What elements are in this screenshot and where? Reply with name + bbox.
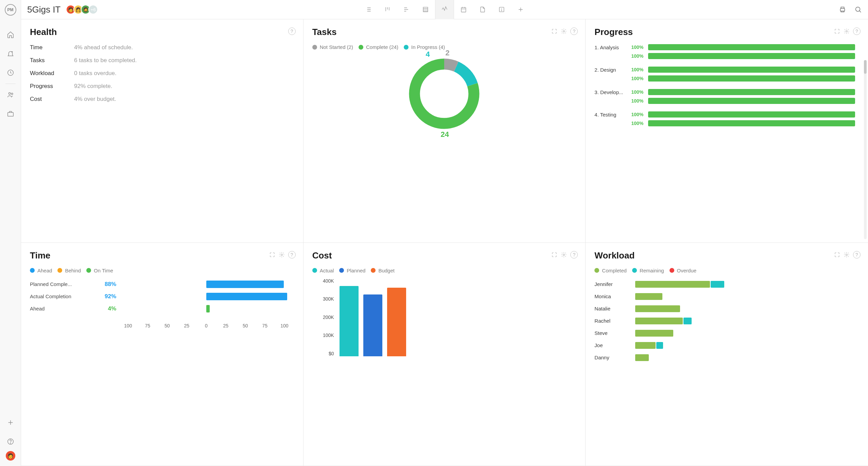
- notifications-icon[interactable]: [0, 44, 21, 63]
- card-title: Cost: [312, 250, 577, 261]
- gear-icon[interactable]: [561, 28, 567, 34]
- tab-files[interactable]: [473, 0, 492, 19]
- add-icon[interactable]: [0, 413, 21, 432]
- legend-item: Planned: [339, 268, 365, 273]
- expand-icon[interactable]: [551, 28, 557, 34]
- workload-row: Joe: [594, 339, 859, 352]
- scrollbar[interactable]: [864, 60, 867, 239]
- workload-row: Natalie: [594, 303, 859, 315]
- card-tasks: Tasks ? Not Started (2)Complete (24)In P…: [303, 19, 586, 243]
- svg-point-12: [856, 7, 860, 12]
- cost-bar: [387, 288, 406, 356]
- donut-value: 4: [426, 50, 430, 59]
- health-label: Workload: [30, 70, 74, 77]
- progress-row: 2. Design100%: [594, 67, 855, 73]
- sidebar: PM 🧑: [0, 0, 21, 466]
- tab-sheet[interactable]: [416, 0, 435, 19]
- progress-row: 100%: [594, 120, 855, 126]
- tab-board[interactable]: [378, 0, 397, 19]
- svg-point-3: [11, 93, 13, 95]
- more-members-badge[interactable]: +6: [88, 5, 98, 14]
- legend-item: Ahead: [30, 268, 52, 273]
- time-row: Planned Comple...88%: [30, 278, 294, 290]
- home-icon[interactable]: [0, 25, 21, 44]
- tab-dashboard[interactable]: [435, 0, 454, 19]
- health-value: 6 tasks to be completed.: [74, 57, 294, 64]
- topbar: 5Gigs IT 🧑 👩 🧔 +6: [21, 0, 868, 19]
- legend-item: Actual: [312, 268, 334, 273]
- svg-point-17: [846, 31, 848, 32]
- legend-item: In Progress (4): [404, 44, 445, 50]
- help-icon[interactable]: ?: [288, 251, 296, 258]
- workload-row: Jennifer: [594, 278, 859, 290]
- print-icon[interactable]: [839, 6, 846, 13]
- gear-icon[interactable]: [844, 28, 850, 34]
- expand-icon[interactable]: [551, 252, 557, 258]
- svg-point-6: [10, 443, 11, 443]
- project-title: 5Gigs IT: [27, 4, 60, 15]
- tab-risks[interactable]: [492, 0, 511, 19]
- svg-point-10: [501, 11, 502, 11]
- dashboard: Health ? Time4% ahead of schedule.Tasks6…: [21, 19, 868, 466]
- gear-icon[interactable]: [279, 252, 285, 258]
- health-label: Progress: [30, 83, 74, 90]
- help-icon[interactable]: ?: [288, 28, 296, 35]
- help-icon[interactable]: [0, 432, 21, 451]
- cost-bar: [363, 294, 382, 356]
- legend-item: Overdue: [670, 268, 697, 273]
- recent-icon[interactable]: [0, 63, 21, 82]
- svg-rect-4: [7, 112, 13, 116]
- legend-item: On Time: [86, 268, 113, 273]
- health-label: Cost: [30, 96, 74, 103]
- donut-value: 2: [445, 49, 449, 57]
- legend-item: Complete (24): [359, 44, 398, 50]
- card-workload: Workload ? CompletedRemainingOverdue Jen…: [586, 243, 868, 466]
- search-icon[interactable]: [854, 6, 862, 13]
- tab-calendar[interactable]: [454, 0, 473, 19]
- donut-value: 24: [440, 130, 449, 139]
- health-value: 4% ahead of schedule.: [74, 44, 294, 51]
- help-icon[interactable]: ?: [853, 251, 861, 258]
- portfolio-icon[interactable]: [0, 104, 21, 123]
- gear-icon[interactable]: [561, 252, 567, 258]
- expand-icon[interactable]: [834, 252, 840, 258]
- health-value: 0 tasks overdue.: [74, 70, 294, 77]
- card-time: Time ? AheadBehindOn Time Planned Comple…: [21, 243, 303, 466]
- workload-row: Rachel: [594, 315, 859, 327]
- tab-gantt[interactable]: [397, 0, 416, 19]
- card-title: Tasks: [312, 27, 577, 37]
- card-title: Time: [30, 250, 294, 261]
- health-label: Tasks: [30, 57, 74, 64]
- gear-icon[interactable]: [844, 252, 850, 258]
- progress-row: 3. Develop...100%: [594, 89, 855, 95]
- view-tabs: [359, 0, 530, 19]
- progress-row: 100%: [594, 75, 855, 82]
- card-progress: Progress ? 1. Analysis100%100%2. Design1…: [586, 19, 868, 243]
- card-title: Health: [30, 27, 294, 37]
- svg-point-13: [563, 31, 565, 32]
- member-avatars[interactable]: 🧑 👩 🧔 +6: [66, 5, 98, 14]
- team-icon[interactable]: [0, 85, 21, 104]
- svg-point-19: [563, 254, 565, 255]
- svg-rect-7: [423, 7, 428, 12]
- tab-add[interactable]: [511, 0, 530, 19]
- card-cost: Cost ? ActualPlannedBudget 400K300K200K1…: [303, 243, 586, 466]
- expand-icon[interactable]: [269, 252, 275, 258]
- workload-row: Danny: [594, 352, 859, 363]
- progress-row: 100%: [594, 98, 855, 104]
- cost-bar: [340, 286, 359, 356]
- legend-item: Remaining: [632, 268, 664, 273]
- workload-row: Monica: [594, 290, 859, 303]
- app-logo[interactable]: PM: [5, 4, 16, 16]
- tab-list[interactable]: [359, 0, 378, 19]
- card-health: Health ? Time4% ahead of schedule.Tasks6…: [21, 19, 303, 243]
- user-avatar[interactable]: 🧑: [6, 451, 15, 461]
- svg-point-18: [281, 254, 282, 255]
- help-icon[interactable]: ?: [570, 28, 578, 35]
- help-icon[interactable]: ?: [570, 251, 578, 258]
- legend-item: Budget: [371, 268, 395, 273]
- expand-icon[interactable]: [834, 28, 840, 34]
- svg-rect-8: [461, 7, 466, 12]
- help-icon[interactable]: ?: [853, 28, 861, 35]
- progress-row: 1. Analysis100%: [594, 44, 855, 50]
